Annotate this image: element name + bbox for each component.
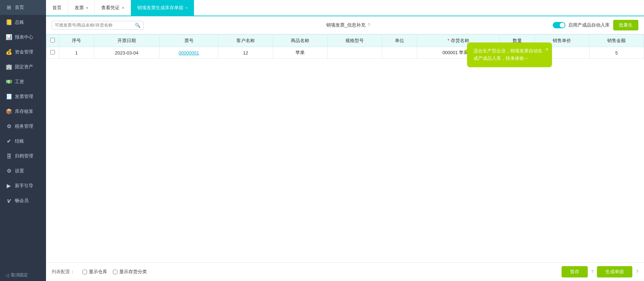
sidebar-item-label: 畅会员 bbox=[15, 197, 29, 204]
header-customer: 客户名称 bbox=[218, 35, 273, 47]
tab-cancel-invoice-generate-label: 销项发票生成库存单据 bbox=[137, 5, 183, 11]
bottom-actions: 暂存 ? 生成单据 ? bbox=[562, 266, 638, 277]
tab-invoice[interactable]: 发票 × bbox=[68, 0, 95, 16]
sidebar-item-label: 固定资产 bbox=[15, 64, 33, 70]
show-inventory-category-wrap[interactable]: 显示存货分类 bbox=[113, 269, 147, 275]
show-warehouse-wrap[interactable]: 显示仓库 bbox=[82, 269, 107, 275]
tab-cancel-invoice-generate-close[interactable]: × bbox=[185, 6, 188, 10]
sidebar-item-label: 税务管理 bbox=[15, 123, 33, 130]
toolbar-right: 启用产成品自动入库 批量生 bbox=[553, 20, 638, 30]
tab-invoice-label: 发票 bbox=[75, 5, 84, 11]
newbie-icon: ▶ bbox=[6, 183, 12, 189]
search-icon: 🔍 bbox=[135, 23, 140, 28]
sidebar-item-assets[interactable]: 🏢 固定资产 bbox=[0, 59, 46, 74]
vip-icon: V bbox=[6, 198, 12, 204]
sidebar-item-payroll[interactable]: 💵 工资 bbox=[0, 74, 46, 89]
cell-unit bbox=[382, 47, 417, 59]
sidebar: ⊞ 首页 📒 总账 📊 报表中心 💰 资金管理 🏢 固定资产 💵 工资 🧾 发票… bbox=[0, 0, 46, 281]
cancel-fixed-button[interactable]: ◁ 取消固定 bbox=[0, 269, 46, 281]
invoice-mgmt-icon: 🧾 bbox=[6, 93, 12, 100]
sidebar-item-label: 总账 bbox=[15, 19, 24, 25]
sidebar-item-label: 库存核算 bbox=[15, 108, 33, 115]
generate-help-icon[interactable]: ? bbox=[636, 269, 638, 274]
main-content: 首页 发票 × 查看凭证 × 销项发票生成库存单据 × 🔍 销项发票_信息补充 … bbox=[46, 0, 644, 281]
header-amount: 销售金额 bbox=[589, 35, 644, 47]
sidebar-item-reports[interactable]: 📊 报表中心 bbox=[0, 30, 46, 45]
header-checkbox[interactable] bbox=[46, 35, 59, 47]
tab-invoice-close[interactable]: × bbox=[86, 6, 88, 10]
settings-icon: ⚙ bbox=[6, 168, 12, 174]
toggle-label: 启用产成品自动入库 bbox=[568, 22, 610, 28]
save-button[interactable]: 暂存 bbox=[562, 266, 588, 277]
show-warehouse-checkbox[interactable] bbox=[82, 270, 87, 274]
tab-bar: 首页 发票 × 查看凭证 × 销项发票生成库存单据 × bbox=[46, 0, 644, 16]
tax-icon: ⚙ bbox=[6, 123, 12, 130]
ledger-icon: 📒 bbox=[6, 19, 12, 25]
tab-cancel-invoice-generate[interactable]: 销项发票生成库存单据 × bbox=[131, 0, 194, 16]
sidebar-item-inventory[interactable]: 📦 库存核算 bbox=[0, 104, 46, 119]
search-input[interactable] bbox=[55, 23, 133, 28]
select-all-checkbox[interactable] bbox=[50, 38, 55, 42]
home-icon: ⊞ bbox=[6, 4, 12, 11]
auto-stock-toggle[interactable] bbox=[553, 22, 565, 28]
cell-ticket-no[interactable]: 00000001 bbox=[159, 47, 218, 59]
toolbar: 🔍 销项发票_信息补充 ? 启用产成品自动入库 批量生 bbox=[46, 16, 644, 34]
reports-icon: 📊 bbox=[6, 34, 12, 40]
help-icon[interactable]: ? bbox=[368, 23, 370, 28]
sidebar-item-label: 报表中心 bbox=[15, 34, 33, 40]
batch-button[interactable]: 批量生 bbox=[613, 20, 638, 30]
header-product-name: 商品名称 bbox=[273, 35, 327, 47]
show-inventory-category-label: 显示存货分类 bbox=[119, 269, 147, 275]
sidebar-item-archive[interactable]: 🗄 归档管理 bbox=[0, 149, 46, 164]
payroll-icon: 💵 bbox=[6, 79, 12, 85]
cell-product-name: 苹果 bbox=[273, 47, 327, 59]
sidebar-item-home[interactable]: ⊞ 首页 bbox=[0, 0, 46, 15]
header-date: 开票日期 bbox=[94, 35, 160, 47]
tab-home[interactable]: 首页 bbox=[46, 0, 68, 16]
sidebar-item-settings[interactable]: ⚙ 设置 bbox=[0, 164, 46, 178]
sidebar-item-newbie[interactable]: ▶ 新手引导 bbox=[0, 178, 46, 193]
header-spec: 规格型号 bbox=[327, 35, 382, 47]
show-warehouse-label: 显示仓库 bbox=[89, 269, 107, 275]
row-checkbox[interactable] bbox=[50, 50, 55, 55]
toggle-wrap: 启用产成品自动入库 bbox=[553, 22, 610, 28]
tooltip-text: 适合生产型企业，销项发票自动生成产成品入库，快来体验～ bbox=[473, 48, 542, 61]
generate-button[interactable]: 生成单据 bbox=[597, 266, 632, 277]
cell-amount: 5 bbox=[589, 47, 644, 59]
sidebar-item-ledger[interactable]: 📒 总账 bbox=[0, 15, 46, 30]
ticket-no-link[interactable]: 00000001 bbox=[179, 50, 199, 56]
table-row: 1 2023-03-04 00000001 12 苹果 000001 苹果 个 … bbox=[46, 47, 644, 59]
sidebar-item-funds[interactable]: 💰 资金管理 bbox=[0, 45, 46, 59]
search-wrap[interactable]: 🔍 bbox=[52, 21, 144, 30]
cancel-fixed-label: 取消固定 bbox=[11, 272, 28, 278]
tooltip-popup: × 适合生产型企业，销项发票自动生成产成品入库，快来体验～ bbox=[467, 42, 552, 67]
header-unit: 单位 bbox=[382, 35, 417, 47]
bottom-bar: 列表配置： 显示仓库 显示存货分类 暂存 ? 生成单据 ? bbox=[46, 262, 644, 281]
header-seq: 序号 bbox=[59, 35, 94, 47]
tab-view-voucher-close[interactable]: × bbox=[122, 6, 124, 10]
tooltip-close-button[interactable]: × bbox=[546, 45, 548, 53]
sidebar-item-label: 新手引导 bbox=[15, 183, 33, 189]
sidebar-item-settle[interactable]: ✔ 结账 bbox=[0, 134, 46, 149]
assets-icon: 🏢 bbox=[6, 64, 12, 70]
settle-icon: ✔ bbox=[6, 138, 12, 144]
cell-customer: 12 bbox=[218, 47, 273, 59]
show-inventory-category-checkbox[interactable] bbox=[113, 270, 117, 274]
row-checkbox-cell[interactable] bbox=[46, 47, 59, 59]
save-help-icon[interactable]: ? bbox=[591, 269, 594, 274]
sidebar-item-tax[interactable]: ⚙ 税务管理 bbox=[0, 119, 46, 134]
sidebar-item-label: 发票管理 bbox=[15, 93, 33, 100]
header-ticket-no: 票号 bbox=[159, 35, 218, 47]
sidebar-item-label: 设置 bbox=[15, 168, 24, 174]
data-table: 序号 开票日期 票号 客户名称 商品名称 规格型号 单位 * 存货名称 数量 销… bbox=[46, 34, 644, 59]
toolbar-center: 销项发票_信息补充 ? bbox=[148, 22, 548, 28]
sidebar-item-label: 首页 bbox=[15, 4, 24, 11]
sidebar-item-label: 工资 bbox=[15, 79, 24, 85]
sidebar-item-vip[interactable]: V 畅会员 bbox=[0, 193, 46, 208]
sidebar-item-invoice-mgmt[interactable]: 🧾 发票管理 bbox=[0, 89, 46, 104]
cell-seq: 1 bbox=[59, 47, 94, 59]
tab-view-voucher[interactable]: 查看凭证 × bbox=[95, 0, 131, 16]
funds-icon: 💰 bbox=[6, 49, 12, 55]
sidebar-item-label: 归档管理 bbox=[15, 153, 33, 159]
cell-date: 2023-03-04 bbox=[94, 47, 160, 59]
